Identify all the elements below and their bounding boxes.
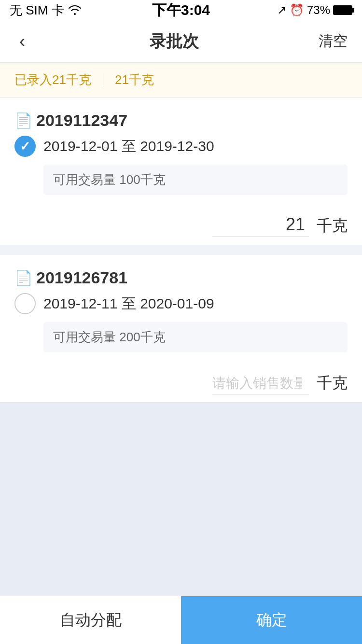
batch-1-input-underline [212, 237, 309, 237]
batch-1-date-row[interactable]: 2019-12-01 至 2019-12-30 [14, 136, 348, 157]
recorded-amount-label: 已录入21千克 [14, 71, 91, 88]
alarm-icon: ⏰ [290, 3, 304, 17]
batch-item-1: 📄 2019112347 2019-12-01 至 2019-12-30 可用交… [0, 98, 362, 245]
batch-2-quantity-input[interactable] [212, 372, 309, 392]
page-title: 录批次 [150, 30, 199, 53]
batch-2-input-underline [212, 394, 309, 394]
sim-label: 无 SIM 卡 [10, 2, 64, 19]
batch-item-2: 📄 2019126781 2019-12-11 至 2020-01-09 可用交… [0, 255, 362, 403]
status-left: 无 SIM 卡 [10, 2, 82, 19]
batch-2-header: 📄 2019126781 2019-12-11 至 2020-01-09 可用交… [0, 255, 362, 362]
banner-amount: 21千克 [115, 71, 154, 88]
batch-2-id: 2019126781 [36, 268, 127, 287]
batch-2-radio[interactable] [14, 293, 36, 314]
batch-1-radio[interactable] [14, 136, 36, 157]
bottom-bar: 自动分配 确定 [0, 596, 362, 644]
batch-1-unit: 千克 [317, 215, 348, 237]
batch-1-qty: 可用交易量 100千克 [43, 165, 348, 195]
status-time: 下午3:04 [152, 0, 210, 20]
batch-1-doc-icon: 📄 [14, 112, 32, 129]
status-right: ↗ ⏰ 73% [277, 3, 352, 17]
batch-1-header: 📄 2019112347 2019-12-01 至 2019-12-30 可用交… [0, 98, 362, 205]
banner-divider [103, 73, 103, 87]
batch-1-value-row: 21 千克 [0, 205, 362, 245]
batch-2-input-row: 千克 [0, 362, 362, 403]
info-banner: 已录入21千克 21千克 [0, 63, 362, 98]
batch-2-doc-icon: 📄 [14, 269, 32, 286]
batch-2-id-row: 📄 2019126781 [14, 268, 348, 287]
batch-2-input-wrapper [212, 372, 309, 394]
confirm-button[interactable]: 确定 [181, 596, 362, 644]
batch-1-input-wrapper: 21 [212, 214, 309, 237]
nav-bar: ‹ 录批次 清空 [0, 20, 362, 63]
battery-percent: 73% [307, 3, 330, 17]
batch-2-unit: 千克 [317, 373, 348, 394]
batch-1-date: 2019-12-01 至 2019-12-30 [43, 137, 214, 156]
batch-2-qty: 可用交易量 200千克 [43, 322, 348, 352]
back-button[interactable]: ‹ [14, 27, 30, 56]
section-separator-1 [0, 245, 362, 255]
batch-1-id-row: 📄 2019112347 [14, 111, 348, 130]
clear-button[interactable]: 清空 [319, 31, 348, 51]
batch-1-id: 2019112347 [36, 111, 127, 130]
battery-icon [333, 5, 352, 15]
batch-2-date: 2019-12-11 至 2020-01-09 [43, 294, 214, 314]
wifi-icon [68, 5, 82, 15]
batch-2-date-row[interactable]: 2019-12-11 至 2020-01-09 [14, 293, 348, 314]
location-icon: ↗ [277, 3, 287, 17]
empty-area [0, 403, 362, 610]
status-bar: 无 SIM 卡 下午3:04 ↗ ⏰ 73% [0, 0, 362, 20]
auto-distribute-button[interactable]: 自动分配 [0, 596, 181, 644]
batch-1-value: 21 [286, 214, 305, 235]
